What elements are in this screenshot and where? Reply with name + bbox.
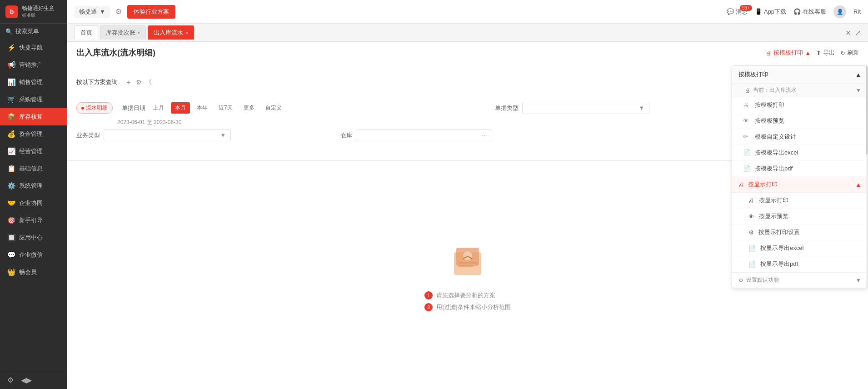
dropdown-item-template-excel[interactable]: 📄 按模板导出excel: [732, 145, 868, 161]
template-excel-label: 按模板导出excel: [755, 149, 798, 157]
dropdown-item-template-design[interactable]: ✏ 模板自定义设计: [732, 129, 868, 145]
dropdown-item-display-settings[interactable]: ⚙ 按显示打印设置: [732, 224, 868, 240]
svg-point-2: [463, 251, 472, 260]
batch-tab-close[interactable]: ×: [137, 30, 140, 35]
current-template-label[interactable]: 🖨 当前：出入库流水 ▼: [732, 84, 868, 97]
bill-type-select[interactable]: ▼: [522, 102, 649, 114]
sidebar-item-member[interactable]: 👑 畅会员: [0, 264, 67, 281]
dropdown-item-template-print[interactable]: 🖨 按模板打印: [732, 97, 868, 113]
print-dropdown-panel: 按模板打印 ▲ 🖨 当前：出入库流水 ▼ 🖨 按模板打印 👁 按模板预览 ✏ 模…: [732, 65, 868, 288]
app-download-button[interactable]: 📱 App下载: [755, 8, 786, 16]
sidebar-nav: ⚡ 快捷导航 📢 营销推广 📊 销售管理 🛒 采购管理 📦 库存核算 💰 资金管…: [0, 39, 67, 371]
dropdown-footer[interactable]: ⚙ 设置默认功能 ▼: [732, 272, 868, 288]
dropdown-item-template-pdf[interactable]: 📄 按模板导出pdf: [732, 161, 868, 177]
dropdown-item-display-excel[interactable]: 📄 按显示导出excel: [732, 240, 868, 256]
dropdown-header[interactable]: 按模板打印 ▲: [732, 66, 868, 84]
tab-action-expand[interactable]: ⤢: [855, 28, 861, 37]
tabs-bar-right: ✕ ⤢: [845, 28, 861, 37]
sidebar-item-label: 应用中心: [19, 234, 43, 242]
sidebar-item-label: 畅会员: [19, 268, 37, 276]
date-btn-7days[interactable]: 近7天: [215, 102, 237, 114]
flow-tab-close[interactable]: ×: [185, 30, 188, 35]
online-service-button[interactable]: 🎧 在线客服: [793, 8, 826, 16]
dropdown-scrollbar[interactable]: [866, 66, 868, 288]
business-type-group: 业务类型 ▼: [76, 129, 331, 141]
chevron-down-icon: ▼: [100, 8, 105, 15]
collapse-sidebar-icon[interactable]: ◀▶: [21, 376, 32, 384]
footer-settings-icon: ⚙: [738, 277, 743, 284]
date-btn-this-month[interactable]: 本月: [171, 102, 190, 114]
sidebar-item-label: 采购管理: [19, 95, 43, 104]
sidebar-item-cooperation[interactable]: 🤝 企业协同: [0, 194, 67, 212]
print-template-button[interactable]: 🖨 按模板打印 ▲: [766, 49, 811, 57]
sidebar-item-inventory[interactable]: 📦 库存核算: [0, 108, 67, 125]
tab-home[interactable]: 首页: [75, 25, 98, 40]
refresh-icon: ↻: [840, 50, 845, 56]
page-content: 出入库流水(流水明细) 🖨 按模板打印 ▲ ⬆ 导出 ↻ 刷新: [67, 42, 868, 389]
topbar-settings-icon[interactable]: ⚙: [115, 7, 122, 16]
date-btn-custom[interactable]: 自定义: [261, 102, 286, 114]
user-selector[interactable]: 畅捷通 ▼: [75, 6, 110, 18]
display-section-icon: 🖨: [738, 181, 744, 188]
sidebar-item-finance[interactable]: 💰 资金管理: [0, 125, 67, 143]
sidebar-item-guide[interactable]: 🎯 新手引导: [0, 212, 67, 229]
sidebar-item-operations[interactable]: 📈 经营管理: [0, 143, 67, 160]
display-preview-icon: 👁: [748, 213, 754, 220]
service-label: 在线客服: [803, 8, 826, 16]
dropdown-item-display-preview[interactable]: 👁 按显示预览: [732, 209, 868, 224]
display-pdf-icon: 📄: [748, 261, 756, 268]
filter-actions: ＋ ⚙ 《: [125, 78, 152, 87]
display-section-arrow: ▲: [855, 181, 861, 188]
warehouse-label: 仓库: [340, 131, 352, 140]
dropdown-item-display-pdf[interactable]: 📄 按显示导出pdf: [732, 256, 868, 272]
sidebar-item-sales[interactable]: 📊 销售管理: [0, 74, 67, 91]
filter-label: 按以下方案查询: [76, 78, 118, 86]
business-type-select[interactable]: ▼: [104, 129, 231, 141]
display-section-header[interactable]: 🖨 按显示打印 ▲: [732, 177, 868, 193]
sidebar-item-purchase[interactable]: 🛒 采购管理: [0, 91, 67, 108]
topbar: 畅捷通 ▼ ⚙ 体验行业方案 💬 消息 99+ 📱 App下载 🎧 在线客服 👤: [67, 0, 868, 24]
user-avatar[interactable]: 👤: [833, 5, 846, 18]
filter-add-button[interactable]: ＋: [125, 78, 132, 87]
tab-action-close[interactable]: ✕: [845, 28, 851, 37]
dropdown-item-template-preview[interactable]: 👁 按模板预览: [732, 113, 868, 129]
shortcut-icon: ⚡: [7, 44, 15, 52]
filter-tag[interactable]: 流水明细: [76, 102, 113, 114]
date-btn-this-year[interactable]: 本年: [193, 102, 212, 114]
empty-step-2: 2 用[过滤]条件来缩小分析范围: [424, 303, 510, 311]
sidebar-item-label: 新手引导: [19, 216, 43, 224]
display-section-label: 按显示打印: [748, 180, 778, 189]
date-btn-more[interactable]: 更多: [239, 102, 259, 114]
sidebar-item-shortcut[interactable]: ⚡ 快捷导航: [0, 39, 67, 56]
dropdown-footer-arrow: ▼: [856, 277, 861, 284]
username-label[interactable]: Rit: [853, 8, 861, 15]
sidebar-item-system[interactable]: ⚙️ 系统管理: [0, 177, 67, 194]
sidebar-item-wechat[interactable]: 💬 企业微信: [0, 246, 67, 264]
warehouse-select[interactable]: ···: [356, 129, 492, 141]
settings-bottom-icon[interactable]: ⚙: [7, 376, 14, 384]
sidebar-item-label: 资金管理: [19, 130, 43, 138]
tag-label: 流水明细: [86, 104, 108, 112]
sidebar-item-label: 企业协同: [19, 199, 43, 207]
date-btn-last-month[interactable]: 上月: [149, 102, 168, 114]
sidebar-item-appcenter[interactable]: 🔲 应用中心: [0, 229, 67, 246]
refresh-button[interactable]: ↻ 刷新: [840, 49, 859, 57]
message-button[interactable]: 💬 消息 99+: [727, 8, 748, 16]
sidebar-item-marketing[interactable]: 📢 营销推广: [0, 56, 67, 74]
pdf-item-icon: 📄: [743, 165, 750, 172]
sidebar-search[interactable]: 🔍 搜索菜单: [0, 24, 67, 39]
filter-collapse-button[interactable]: 《: [145, 78, 152, 86]
date-filter-group: 单据日期 上月 本月 本年 近7天 更多 自定义: [122, 102, 486, 114]
export-button[interactable]: ⬆ 导出: [816, 49, 835, 57]
trial-button[interactable]: 体验行业方案: [127, 5, 175, 19]
display-pdf-label: 按显示导出pdf: [760, 260, 798, 268]
tab-flow[interactable]: 出入库流水 ×: [148, 25, 194, 40]
dropdown-item-display-print[interactable]: 🖨 按显示打印: [732, 193, 868, 209]
filter-settings-button[interactable]: ⚙: [136, 79, 142, 86]
cooperation-icon: 🤝: [7, 199, 15, 207]
display-excel-icon: 📄: [748, 245, 756, 252]
tab-batch[interactable]: 库存批次账 ×: [100, 25, 146, 40]
message-badge: 99+: [740, 5, 752, 11]
home-tab-label: 首页: [80, 29, 92, 37]
sidebar-item-basic[interactable]: 📋 基础信息: [0, 160, 67, 177]
